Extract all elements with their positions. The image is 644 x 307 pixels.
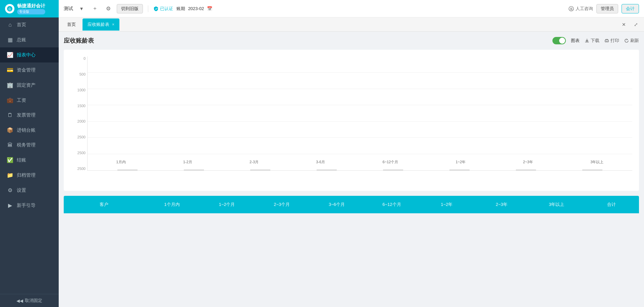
ledger-icon: ▦ [7,37,13,43]
x-label-6-12m: 6~12个月 [382,160,398,165]
topbar-right: 客 人工咨询 管理员 会计 [569,4,639,13]
sidebar-item-label: 资金管理 [17,67,36,73]
headset-icon: 客 [569,6,574,11]
consult-button[interactable]: 客 人工咨询 [569,6,593,12]
tab-report[interactable]: 应收账龄表 × [83,18,119,31]
refresh-icon [624,38,629,43]
tax-icon: 🏛 [7,142,13,148]
table-header: 客户 1个月内 1~2个月 2~3个月 3~6个月 6~12个月 1~2年 2~… [64,196,639,213]
y-label: 1500 [77,104,86,108]
tabs-bar: 首页 应收账龄表 × ✕ ⤢ [59,17,644,32]
x-labels: 1月内 1-2月 2-3月 3-6月 6~12个月 1~2年 2~3年 3年以上 [88,157,632,170]
settle-icon: ✅ [7,157,13,163]
th-month3-6: 3~6个月 [309,202,364,208]
y-label: 2500 [77,135,86,139]
divider [148,5,148,12]
topbar: 测试 ▾ ＋ ⚙ 切到旧版 已认证 账期 2023-02 📅 客 人工咨询 管理… [59,0,644,17]
chart-toggle-label: 图表 [571,38,580,44]
sidebar-item-settle[interactable]: ✅ 结账 [0,152,59,168]
sidebar-item-salary[interactable]: 💼 工资 [0,93,59,108]
sidebar-item-label: 归档管理 [17,172,36,178]
th-month2-3: 2~3个月 [254,202,309,208]
settings-gear-icon[interactable]: ⚙ [103,4,113,14]
chart-area: 1月内 1-2月 2-3月 3-6月 6~12个月 1~2年 2~3年 3年以上 [87,56,632,171]
tab-expand-button[interactable]: ⤢ [631,20,641,29]
th-year2-3: 2~3年 [474,202,529,208]
sidebar-item-label: 固定资产 [17,82,36,88]
home-icon: ⌂ [7,22,13,28]
sidebar-item-settings[interactable]: ⚙ 设置 [0,183,59,198]
bar-chart: 2500 2500 2500 2000 1500 1000 500 0 [70,56,632,184]
sidebar-item-label: 结账 [17,157,26,163]
sidebar-item-label: 新手引导 [17,203,36,209]
th-year3plus: 3年以上 [529,202,584,208]
sidebar-item-label: 设置 [17,187,26,193]
company-name: 测试 [64,6,73,12]
x-label-1m: 1月内 [116,160,126,165]
sidebar-nav: ⌂ 首页 ▦ 总账 📈 报表中心 💳 资金管理 🏢 固定资产 💼 工资 🗒 发票… [0,17,59,294]
y-label: 2500 [77,167,86,171]
y-label: 2500 [77,151,86,155]
sidebar-item-report[interactable]: 📈 报表中心 [0,47,59,62]
salary-icon: 💼 [7,97,13,103]
chart-container: 2500 2500 2500 2000 1500 1000 500 0 [64,50,639,191]
sidebar-item-home[interactable]: ⌂ 首页 [0,17,59,32]
th-month1: 1个月内 [145,202,200,208]
company-dropdown-icon[interactable]: ▾ [76,4,87,14]
tabs-right-actions: ✕ ⤢ [619,20,641,29]
settings-icon: ⚙ [7,187,13,193]
sidebar-item-invoice[interactable]: 🗒 发票管理 [0,108,59,123]
funds-icon: 💳 [7,67,13,73]
sidebar-item-label: 首页 [17,22,26,28]
sidebar-item-funds[interactable]: 💳 资金管理 [0,62,59,78]
sidebar-logo: 会 畅捷通好会计 专业版 [0,0,59,17]
y-label: 1000 [77,88,86,92]
report-actions: 图表 下载 打印 刷新 [552,37,639,44]
pin-icon: ◀◀ [16,298,23,303]
sidebar-item-ledger[interactable]: ▦ 总账 [0,32,59,47]
sidebar-item-archive[interactable]: 📁 归档管理 [0,168,59,183]
sidebar-item-guide[interactable]: ▶ 新手引导 [0,198,59,213]
sidebar-item-stock[interactable]: 📦 进销台账 [0,123,59,138]
svg-text:会: 会 [8,7,11,11]
th-month6-12: 6~12个月 [364,202,419,208]
print-button[interactable]: 打印 [604,38,619,44]
sidebar-item-assets[interactable]: 🏢 固定资产 [0,78,59,93]
tab-close-window-button[interactable]: ✕ [619,20,629,29]
y-label: 500 [79,72,86,76]
th-total: 合计 [584,202,639,208]
y-label: 0 [84,56,86,60]
archive-icon: 📁 [7,172,13,178]
accountant-button[interactable]: 会计 [622,4,639,13]
x-label-3yplus: 3年以上 [590,160,603,165]
refresh-button[interactable]: 刷新 [624,38,639,44]
x-label-1-2y: 1~2年 [455,160,466,165]
report-title: 应收账龄表 [64,37,94,45]
x-label-3-6m: 3-6月 [316,160,325,165]
main-area: 测试 ▾ ＋ ⚙ 切到旧版 已认证 账期 2023-02 📅 客 人工咨询 管理… [59,0,644,307]
chart-toggle[interactable] [552,37,566,44]
sidebar: 会 畅捷通好会计 专业版 ⌂ 首页 ▦ 总账 📈 报表中心 💳 资金管理 🏢 固… [0,0,59,307]
download-button[interactable]: 下载 [585,38,599,44]
cancel-fixed-button[interactable]: ◀◀ 取消固定 [0,294,59,307]
old-version-button[interactable]: 切到旧版 [117,4,143,13]
tab-home[interactable]: 首页 [62,18,81,31]
shield-icon [153,6,159,11]
user-button[interactable]: 管理员 [596,4,618,13]
report-header: 应收账龄表 图表 下载 打印 刷新 [64,37,639,45]
sidebar-item-label: 总账 [17,37,26,43]
sidebar-item-tax[interactable]: 🏛 税务管理 [0,138,59,152]
logo-icon: 会 [5,4,14,13]
app-name: 畅捷通好会计 [17,3,45,9]
x-label-2-3y: 2~3年 [523,160,533,165]
invoice-icon: 🗒 [7,112,13,118]
tab-close-icon[interactable]: × [112,22,114,27]
sidebar-item-label: 发票管理 [17,112,36,118]
content-area: 应收账龄表 图表 下载 打印 刷新 [59,32,644,307]
certified-badge: 已认证 [153,6,173,12]
sidebar-item-label: 进销台账 [17,127,36,133]
svg-rect-4 [605,40,608,42]
y-axis: 2500 2500 2500 2000 1500 1000 500 0 [70,56,87,171]
add-button[interactable]: ＋ [90,4,100,14]
sidebar-item-label: 工资 [17,97,26,103]
